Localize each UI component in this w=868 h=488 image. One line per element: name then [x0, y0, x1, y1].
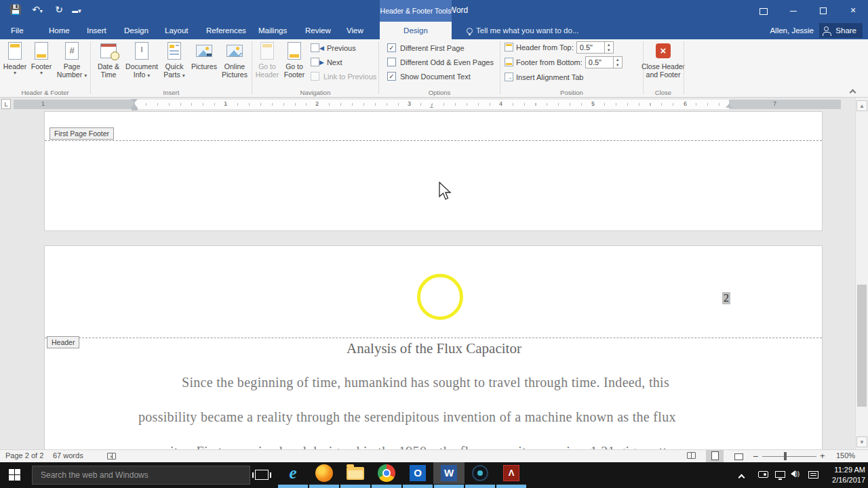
- taskbar-item-word-active[interactable]: W: [433, 462, 465, 484]
- web-layout-button[interactable]: [730, 450, 747, 462]
- checkbox-checked-icon: ✓: [387, 72, 396, 81]
- document-info-button[interactable]: I DocumentInfo ▾: [125, 41, 159, 79]
- read-mode-button[interactable]: [682, 450, 700, 462]
- center-tab-stop-marker[interactable]: ⊥: [429, 103, 434, 109]
- body-text-line[interactable]: possibility became a reality through the…: [138, 409, 676, 425]
- tray-chevron-icon[interactable]: [739, 472, 744, 482]
- page-number-field[interactable]: 2: [722, 292, 730, 304]
- clock-time: 11:29 AM: [812, 465, 865, 475]
- header-from-top-row: Header from Top: ▲▼: [505, 41, 614, 53]
- close-button[interactable]: ×: [838, 0, 868, 22]
- start-button[interactable]: [0, 462, 31, 488]
- go-to-footer-button[interactable]: Go toFooter: [281, 41, 308, 79]
- account-name[interactable]: Allen, Jessie: [770, 22, 814, 39]
- right-indent-marker[interactable]: [726, 104, 732, 108]
- tray-volume-icon[interactable]: )): [791, 469, 800, 479]
- tray-device-icon[interactable]: [758, 471, 768, 478]
- taskbar-clock[interactable]: 11:29 AM 2/16/2017: [812, 465, 865, 485]
- tab-references[interactable]: References: [199, 22, 253, 39]
- outlook-icon: O: [410, 465, 426, 481]
- first-line-indent-marker[interactable]: [131, 99, 138, 103]
- header-from-top-input[interactable]: [577, 42, 604, 53]
- tab-selector[interactable]: L: [1, 99, 11, 109]
- print-layout-button[interactable]: [706, 450, 724, 462]
- tab-design[interactable]: Design: [117, 22, 155, 39]
- pictures-button[interactable]: Pictures: [190, 41, 218, 70]
- scroll-up-button[interactable]: ▲: [856, 100, 867, 111]
- online-pictures-icon: [226, 41, 243, 61]
- footer-from-bottom-input[interactable]: [586, 57, 613, 68]
- taskbar-item-file-explorer[interactable]: [340, 462, 371, 484]
- ribbon-display-options-button[interactable]: [749, 0, 778, 22]
- online-pictures-button[interactable]: OnlinePictures: [220, 41, 250, 79]
- left-indent-marker[interactable]: [132, 108, 138, 110]
- lightbulb-icon: [467, 28, 473, 34]
- task-view-icon[interactable]: [255, 470, 269, 480]
- contextual-tools-header: Header & Footer Tools: [380, 0, 452, 22]
- footer-button[interactable]: Footer▾: [28, 41, 54, 76]
- next-icon: [311, 58, 319, 66]
- tell-me-box[interactable]: Tell me what you want to do...: [467, 22, 579, 39]
- page-1[interactable]: First Page Footer: [44, 111, 823, 231]
- search-input[interactable]: [33, 466, 250, 484]
- footer-from-bottom-row: Footer from Bottom: ▲▼: [505, 56, 623, 68]
- tab-mailings[interactable]: Mailings: [252, 22, 294, 39]
- taskbar-item-chrome[interactable]: [371, 462, 402, 484]
- close-header-footer-button[interactable]: × Close Headerand Footer: [641, 41, 686, 79]
- zoom-slider-track[interactable]: [762, 456, 816, 457]
- footer-boundary-line: [45, 140, 822, 141]
- body-text-line[interactable]: capacitor. First conceived and designed …: [138, 444, 672, 449]
- different-first-page-checkbox[interactable]: ✓Different First Page: [387, 42, 465, 54]
- close-header-footer-icon: ×: [656, 41, 671, 61]
- go-to-header-button[interactable]: Go toHeader: [254, 41, 281, 79]
- page-number-button[interactable]: # PageNumber ▾: [54, 41, 90, 79]
- zoom-slider-thumb[interactable]: [784, 452, 787, 460]
- tab-file[interactable]: File: [4, 22, 31, 39]
- footer-from-bottom-spinner[interactable]: ▲▼: [585, 56, 623, 68]
- header-button[interactable]: Header▾: [1, 41, 28, 76]
- taskbar-search[interactable]: [32, 466, 250, 485]
- taskbar-item-outlook[interactable]: O: [402, 462, 433, 484]
- previous-button[interactable]: ◀Previous: [311, 42, 356, 54]
- zoom-in-button[interactable]: +: [820, 451, 825, 461]
- tray-network-icon[interactable]: [775, 471, 785, 478]
- minimize-button[interactable]: [778, 0, 808, 22]
- person-icon: [824, 26, 829, 31]
- taskbar-item-acrobat[interactable]: Λ: [496, 462, 527, 484]
- tab-home[interactable]: Home: [42, 22, 77, 39]
- share-button[interactable]: Share: [819, 23, 863, 38]
- link-to-previous-button[interactable]: Link to Previous: [311, 70, 376, 82]
- proofing-errors-icon[interactable]: ×: [107, 453, 119, 461]
- document-heading[interactable]: Analysis of the Flux Capacitor: [138, 340, 730, 357]
- restore-button[interactable]: [808, 0, 838, 22]
- ruler-number: 4: [499, 100, 502, 107]
- collapse-ribbon-icon[interactable]: [850, 85, 855, 98]
- quick-parts-button[interactable]: QuickParts ▾: [160, 41, 189, 79]
- tab-layout[interactable]: Layout: [158, 22, 195, 39]
- body-text-line[interactable]: Since the beginning of time, humankind h…: [182, 375, 669, 390]
- header-from-top-spinner[interactable]: ▲▼: [576, 41, 614, 54]
- ribbon: Header▾ Footer▾ # PageNumber ▾ Header & …: [0, 39, 868, 98]
- vertical-scrollbar[interactable]: ▲ ▼: [855, 98, 868, 449]
- zoom-out-button[interactable]: −: [753, 451, 758, 462]
- taskbar-item-firefox[interactable]: [309, 462, 340, 484]
- different-odd-even-checkbox[interactable]: Different Odd & Even Pages: [387, 56, 494, 68]
- word-count[interactable]: 67 words: [53, 451, 83, 460]
- tab-insert[interactable]: Insert: [80, 22, 113, 39]
- show-document-text-checkbox[interactable]: ✓Show Document Text: [387, 70, 471, 82]
- date-time-button[interactable]: Date &Time: [94, 41, 123, 79]
- next-button[interactable]: ▶Next: [311, 56, 342, 68]
- insert-alignment-tab-button[interactable]: → Insert Alignment Tab: [505, 71, 583, 83]
- media-app-icon: [472, 465, 488, 481]
- page-indicator[interactable]: Page 2 of 2: [5, 451, 43, 460]
- tab-view[interactable]: View: [340, 22, 370, 39]
- zoom-level[interactable]: 150%: [836, 451, 855, 460]
- taskbar-item-media-app[interactable]: [465, 462, 496, 484]
- tab-header-footer-design-active[interactable]: Design: [380, 22, 452, 39]
- taskbar-item-internet-explorer[interactable]: e: [277, 462, 309, 484]
- tab-review[interactable]: Review: [298, 22, 338, 39]
- horizontal-ruler[interactable]: L 1 1 2 3 4 5 6 7 ⊥: [0, 98, 868, 111]
- scroll-down-button[interactable]: ▼: [856, 436, 867, 447]
- title-bar: 💾 ↶▾ ↻ ▬▾ Document2 - Word Header & Foot…: [0, 0, 868, 22]
- scrollbar-thumb[interactable]: [857, 285, 867, 407]
